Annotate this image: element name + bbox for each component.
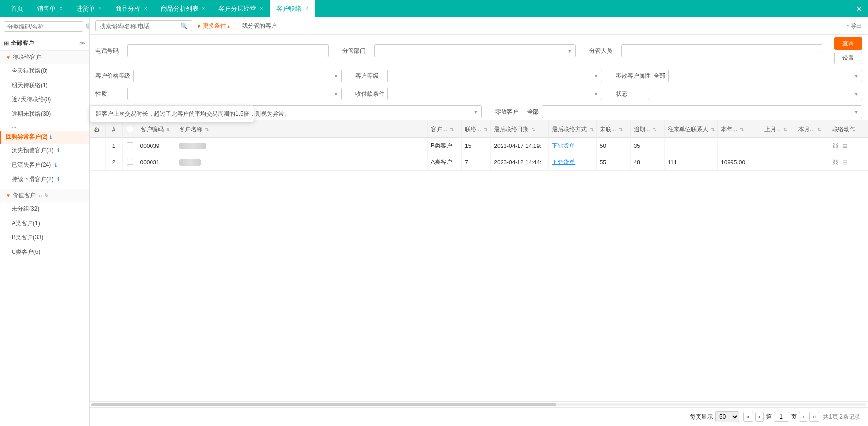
contact-link-icon[interactable]: ⛓: [832, 142, 838, 149]
sidebar-item-7days[interactable]: 近7天待联络(0): [0, 92, 89, 107]
prev-page-button[interactable]: ‹: [755, 412, 764, 422]
nav-customer-contact[interactable]: 客户联络 ×: [270, 0, 315, 17]
row-checkbox[interactable]: [122, 154, 137, 171]
search-icon[interactable]: 🔍: [180, 22, 188, 29]
col-lastmonth-header[interactable]: 上月... ⇅: [761, 121, 795, 138]
col-code-header[interactable]: 客户编码 ⇅: [137, 121, 176, 138]
price-level-select[interactable]: ▼: [133, 70, 342, 82]
last-page-button[interactable]: »: [809, 412, 820, 422]
pending-group-header[interactable]: ▼ 待联络客户: [0, 51, 89, 64]
col-type-header[interactable]: 客户... ⇅: [427, 121, 461, 138]
table-header-row: ⚙ # 客户编码 ⇅ 客户名称 ⇅: [90, 121, 868, 138]
pay-select[interactable]: ▼: [387, 88, 602, 100]
sort-icon: ⇅: [817, 127, 821, 132]
close-icon[interactable]: ×: [60, 0, 62, 17]
checkbox-icon[interactable]: [234, 23, 240, 29]
col-year-header[interactable]: 本年... ⇅: [718, 121, 761, 138]
nav-sales[interactable]: 销售单 ×: [30, 0, 69, 17]
gender-select[interactable]: ▼: [127, 88, 342, 100]
set-button[interactable]: 设置: [834, 52, 862, 64]
col-uncontact-header[interactable]: 未联... ⇅: [596, 121, 630, 138]
contact-link-icon[interactable]: ⛓: [832, 159, 838, 166]
sidebar-item-b-class[interactable]: B类客户(33): [0, 231, 89, 245]
nav-customer-layer[interactable]: 客户分层经营 ×: [212, 0, 270, 17]
level-select[interactable]: ▼: [387, 70, 602, 82]
sidebar-search-input[interactable]: [4, 21, 83, 32]
col-lastway-header[interactable]: 最后联络方式 ⇅: [549, 121, 596, 138]
query-button[interactable]: 查询: [834, 37, 862, 50]
close-icon[interactable]: ×: [260, 0, 263, 17]
all-customers-header[interactable]: ⊞ 全部客户 ≫: [0, 36, 89, 51]
sidebar-item-lost[interactable]: 已流失客户(24) ℹ: [0, 158, 89, 173]
settings-col-header[interactable]: ⚙: [90, 121, 105, 138]
first-page-button[interactable]: «: [743, 412, 753, 422]
retail-attr-select[interactable]: ▼: [668, 70, 862, 82]
search-input[interactable]: [100, 23, 180, 29]
sidebar-item-loss-warning[interactable]: 流失预警客户(3) ℹ: [0, 144, 89, 158]
total-info: 共1页 2条记录: [823, 413, 860, 421]
dept-select[interactable]: ▼: [374, 44, 576, 57]
triangle-icon: ▼: [6, 193, 11, 198]
sidebar-item-c-class[interactable]: C类客户(6): [0, 245, 89, 260]
close-icon[interactable]: ×: [99, 0, 102, 17]
nav-home[interactable]: 首页: [4, 0, 30, 17]
row-lastway[interactable]: 下销货单: [549, 154, 596, 171]
close-icon[interactable]: ×: [305, 0, 308, 17]
col-name-header[interactable]: 客户名称 ⇅: [176, 121, 427, 138]
row-action: ⛓ ⊞: [829, 138, 868, 154]
circle-icon: ○: [39, 192, 42, 199]
sidebar-search-icon[interactable]: 🔍: [85, 23, 90, 30]
select-all-checkbox[interactable]: [127, 126, 133, 132]
grid-action-icon[interactable]: ⊞: [842, 159, 848, 166]
info-icon: ℹ: [55, 162, 57, 168]
col-overdue-header[interactable]: 逾期... ⇅: [630, 121, 664, 138]
collapse-icon[interactable]: ≫: [79, 40, 85, 46]
close-icon[interactable]: ×: [144, 0, 147, 17]
grid-action-icon[interactable]: ⊞: [842, 142, 848, 149]
sidebar-item-ungroup[interactable]: 未分组(32): [0, 202, 89, 217]
page-input[interactable]: [774, 412, 789, 422]
col-lastdate-header[interactable]: 最后联络日期 ⇅: [491, 121, 549, 138]
status-field: 状态 ▼: [616, 88, 862, 100]
gender-field: 性质 ▼: [95, 88, 342, 100]
scroll-thumb[interactable]: [91, 403, 556, 406]
per-page-select[interactable]: 50 20 100: [715, 411, 739, 422]
row-settings: [90, 154, 105, 171]
next-page-button[interactable]: ›: [799, 412, 807, 422]
retail2-field: 零散客户 全部 ▼: [495, 105, 862, 118]
window-close-button[interactable]: ✕: [856, 4, 862, 14]
col-contact-header[interactable]: 联络... ⇅: [461, 121, 490, 138]
nav-product-analysis[interactable]: 商品分析 ×: [108, 0, 154, 17]
sidebar-item-overdue[interactable]: 逾期未联络(30): [0, 107, 89, 121]
status-select[interactable]: ▼: [648, 88, 862, 100]
row-select-checkbox[interactable]: [127, 142, 133, 148]
sidebar-item-tomorrow[interactable]: 明天待联络(1): [0, 78, 89, 93]
sidebar-item-abnormal[interactable]: 回购异常客户(2) ℹ: [0, 131, 89, 144]
scroll-track[interactable]: [91, 403, 866, 406]
settings-icon[interactable]: ⚙: [94, 126, 100, 133]
row-select-checkbox[interactable]: [127, 159, 133, 165]
more-conditions-button[interactable]: ▼ 更多条件 ▴: [196, 22, 230, 30]
filter-row-3: 性质 ▼ 收付款条件 ▼ 状态: [90, 85, 868, 103]
sidebar-item-declining[interactable]: 持续下滑客户(2) ℹ: [0, 173, 89, 187]
dots-icon: ···: [815, 48, 819, 54]
value-group-header[interactable]: ▼ 价值客户 ○ ✎: [0, 189, 89, 202]
person-select[interactable]: ···: [621, 44, 822, 57]
my-customers-checkbox[interactable]: 我分管的客户: [234, 22, 277, 30]
col-thismonth-header[interactable]: 本月... ⇅: [795, 121, 829, 138]
col-cocontact-header[interactable]: 往来单位联系人 ⇅: [664, 121, 717, 138]
close-icon[interactable]: ×: [202, 0, 205, 17]
sidebar-item-a-class[interactable]: A类客户(1): [0, 217, 89, 231]
phone-input[interactable]: [127, 44, 329, 57]
horizontal-scrollbar[interactable]: [90, 401, 868, 407]
more-dots[interactable]: ...: [0, 121, 89, 131]
sidebar-item-today[interactable]: 今天待联络(0): [0, 64, 89, 78]
retail2-select[interactable]: ▼: [542, 105, 862, 118]
row-checkbox[interactable]: [122, 138, 137, 154]
nav-product-list[interactable]: 商品分析列表 ×: [154, 0, 212, 17]
action-buttons: 查询 设置: [834, 37, 862, 64]
row-lastway[interactable]: 下销货单: [549, 138, 596, 154]
chevron-down-icon: ▼: [854, 109, 859, 115]
export-button[interactable]: ↑ 导出: [846, 22, 862, 30]
nav-purchase[interactable]: 进货单 ×: [69, 0, 108, 17]
